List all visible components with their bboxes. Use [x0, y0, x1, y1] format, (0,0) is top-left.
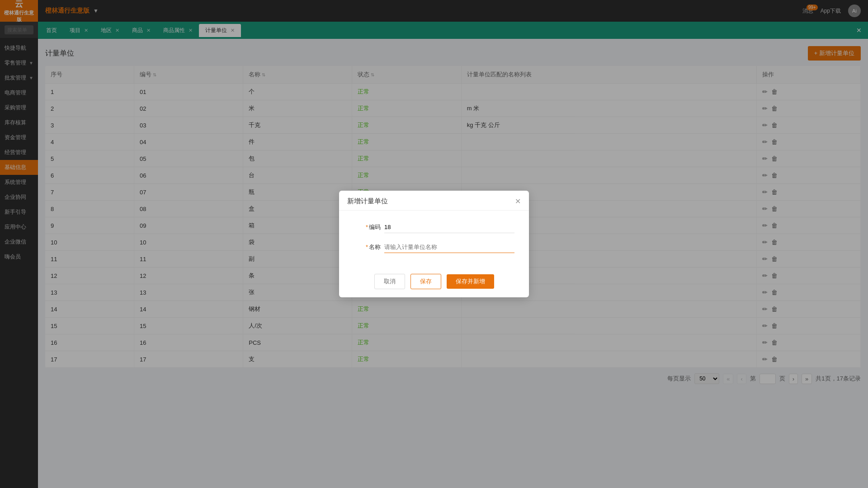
- add-unit-modal: 新增计量单位 ✕ *编码 *名称 取消 保存 保存并新增: [339, 191, 529, 297]
- code-label: *编码: [354, 223, 381, 231]
- modal-body: *编码 *名称: [339, 211, 529, 268]
- save-and-new-button[interactable]: 保存并新增: [447, 274, 494, 289]
- code-required: *: [366, 224, 368, 230]
- name-input[interactable]: [384, 241, 514, 253]
- save-button[interactable]: 保存: [410, 274, 441, 289]
- modal-close-button[interactable]: ✕: [515, 197, 521, 206]
- form-row-code: *编码: [354, 221, 514, 233]
- modal-title: 新增计量单位: [347, 197, 388, 206]
- code-input[interactable]: [384, 221, 514, 233]
- name-label: *名称: [354, 243, 381, 251]
- modal-header: 新增计量单位 ✕: [339, 191, 529, 211]
- name-required: *: [366, 244, 368, 250]
- cancel-button[interactable]: 取消: [374, 274, 405, 289]
- modal-overlay[interactable]: 新增计量单位 ✕ *编码 *名称 取消 保存 保存并新增: [0, 0, 868, 488]
- modal-footer: 取消 保存 保存并新增: [339, 268, 529, 297]
- form-row-name: *名称: [354, 241, 514, 253]
